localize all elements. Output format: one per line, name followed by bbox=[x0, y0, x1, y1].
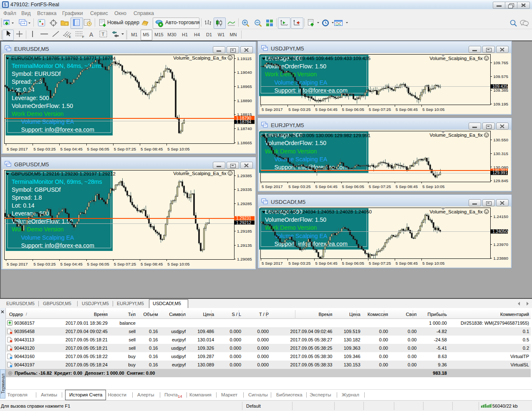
svg-text:5 Sep 10:05: 5 Sep 10:05 bbox=[422, 261, 445, 266]
svg-text:5 Sep 07:25: 5 Sep 07:25 bbox=[114, 262, 136, 266]
svg-text:1.18740: 1.18740 bbox=[237, 126, 252, 131]
svg-text:5 Sep 10:05: 5 Sep 10:05 bbox=[422, 107, 445, 112]
svg-text:Volume_Scalping_Ea_fix: Volume_Scalping_Ea_fix bbox=[430, 133, 483, 138]
svg-text:1.23970: 1.23970 bbox=[493, 242, 508, 247]
svg-text:T: T bbox=[102, 32, 105, 37]
svg-text:5 Sep 08:45: 5 Sep 08:45 bbox=[396, 261, 418, 266]
svg-text:1.29285: 1.29285 bbox=[237, 201, 252, 206]
svg-text:5 Sep 2017: 5 Sep 2017 bbox=[262, 107, 283, 112]
svg-text:5 Sep 03:25: 5 Sep 03:25 bbox=[288, 107, 311, 112]
svg-text:1.18965: 1.18965 bbox=[237, 84, 252, 89]
svg-text:5 Sep 03:25: 5 Sep 03:25 bbox=[288, 261, 311, 266]
svg-text:Symbol: GBPUSDf: Symbol: GBPUSDf bbox=[12, 186, 61, 193]
svg-text:1.23880: 1.23880 bbox=[493, 256, 508, 261]
svg-text:1.19040: 1.19040 bbox=[237, 70, 252, 75]
svg-text:1.29385: 1.29385 bbox=[237, 173, 252, 178]
svg-text:5 Sep 08:45: 5 Sep 08:45 bbox=[141, 147, 163, 151]
svg-text:5 Sep 06:05: 5 Sep 06:05 bbox=[87, 262, 110, 266]
svg-text:Support: info@forex-ea.com: Support: info@forex-ea.com bbox=[21, 126, 94, 133]
svg-text:5 Sep 04:45: 5 Sep 04:45 bbox=[60, 147, 83, 151]
svg-text:Volume_Scalping_Ea_fix: Volume_Scalping_Ea_fix bbox=[173, 171, 226, 176]
svg-text:1.24150: 1.24150 bbox=[493, 214, 508, 219]
svg-text:Volume_Scalping_Ea_fix: Volume_Scalping_Ea_fix bbox=[173, 55, 226, 60]
svg-text:129.845: 129.845 bbox=[493, 178, 508, 183]
svg-text:E: E bbox=[69, 35, 71, 38]
svg-text:5 Sep 07:25: 5 Sep 07:25 bbox=[369, 261, 391, 266]
svg-text:1.29335: 1.29335 bbox=[237, 187, 252, 192]
svg-text:5 Sep 07:25: 5 Sep 07:25 bbox=[369, 107, 391, 112]
svg-text:5 Sep 04:45: 5 Sep 04:45 bbox=[315, 261, 338, 266]
svg-text:5 Sep 10:05: 5 Sep 10:05 bbox=[167, 147, 190, 151]
svg-text:1.18784: 1.18784 bbox=[236, 120, 252, 124]
svg-text:5 Sep 2017: 5 Sep 2017 bbox=[262, 261, 283, 266]
svg-text:109.765: 109.765 bbox=[493, 60, 508, 65]
svg-text:1.18665: 1.18665 bbox=[237, 140, 252, 145]
svg-text:5: 5 bbox=[4, 2, 7, 7]
svg-text:VolumeOrderFlow: 1.50: VolumeOrderFlow: 1.50 bbox=[265, 216, 326, 223]
svg-text:Lot: 0.14: Lot: 0.14 bbox=[12, 202, 35, 209]
svg-text:5 Sep 07:25: 5 Sep 07:25 bbox=[369, 184, 391, 189]
svg-text:109.435: 109.435 bbox=[492, 84, 508, 89]
svg-text:5 Sep 06:05: 5 Sep 06:05 bbox=[87, 147, 110, 151]
svg-text:EURJPYf,M5 130.005 130.006 12: EURJPYf,M5 130.005 130.006 129.982 129.9… bbox=[267, 133, 371, 138]
svg-text:5 Sep 06:05: 5 Sep 06:05 bbox=[342, 107, 365, 112]
svg-text:129.991: 129.991 bbox=[492, 170, 508, 175]
svg-text:5 Sep 04:45: 5 Sep 04:45 bbox=[315, 107, 338, 112]
svg-text:130.550: 130.550 bbox=[493, 138, 508, 142]
svg-text:Volume Scalping EA: Volume Scalping EA bbox=[275, 79, 328, 86]
svg-text:Volume_Scalping_Ea_fix: Volume_Scalping_Ea_fix bbox=[430, 209, 483, 214]
svg-text:109.195: 109.195 bbox=[493, 102, 508, 106]
svg-text:EURUSDf,M5 1.18785 1.18792 1.: EURUSDf,M5 1.18785 1.18792 1.18771 1.187… bbox=[11, 56, 116, 61]
svg-text:Work Demo Version: Work Demo Version bbox=[12, 110, 63, 117]
svg-text:1.29231: 1.29231 bbox=[236, 216, 252, 221]
svg-text:Symbol: EURUSDf: Symbol: EURUSDf bbox=[12, 70, 61, 77]
svg-text:5 Sep 10:05: 5 Sep 10:05 bbox=[167, 262, 190, 266]
svg-text:VolumeOrderFlow: 1.50: VolumeOrderFlow: 1.50 bbox=[12, 103, 73, 109]
svg-text:5 Sep 08:45: 5 Sep 08:45 bbox=[141, 262, 163, 266]
svg-text:VolumeOrderFlow: 1.50: VolumeOrderFlow: 1.50 bbox=[265, 63, 326, 70]
svg-text:GBPUSDf,M5 1.29216 1.29230 1.: GBPUSDf,M5 1.29216 1.29230 1.29197 1.292… bbox=[11, 171, 116, 176]
svg-text:TerminalMonitor ON, 84ms, ~31m: TerminalMonitor ON, 84ms, ~31ms bbox=[12, 63, 102, 69]
svg-text:1.29085: 1.29085 bbox=[237, 257, 252, 261]
svg-text:F: F bbox=[82, 35, 84, 38]
svg-text:Volume Scalping EA: Volume Scalping EA bbox=[21, 234, 75, 241]
svg-text:1.24050: 1.24050 bbox=[492, 229, 508, 234]
svg-text:5 Sep 03:25: 5 Sep 03:25 bbox=[288, 184, 311, 189]
svg-text:5 Sep 03:25: 5 Sep 03:25 bbox=[33, 262, 56, 266]
svg-text:1.29135: 1.29135 bbox=[237, 243, 252, 248]
svg-text:Leverage: 500: Leverage: 500 bbox=[12, 210, 49, 217]
svg-text:Volume Scalping EA: Volume Scalping EA bbox=[275, 233, 328, 239]
svg-text:USDCADf,M5 1.24034 1.24053 1.: USDCADf,M5 1.24034 1.24053 1.24028 1.240… bbox=[267, 209, 372, 214]
svg-text:5 Sep 08:45: 5 Sep 08:45 bbox=[396, 107, 418, 112]
svg-text:5 Sep 07:25: 5 Sep 07:25 bbox=[114, 147, 136, 151]
svg-text:5 Sep 2017: 5 Sep 2017 bbox=[7, 147, 28, 151]
svg-text:5 Sep 04:45: 5 Sep 04:45 bbox=[315, 184, 338, 189]
svg-text:130.315: 130.315 bbox=[493, 151, 508, 156]
svg-text:5 Sep 2017: 5 Sep 2017 bbox=[7, 262, 28, 266]
svg-text:Volume_Scalping_Ea_fix: Volume_Scalping_Ea_fix bbox=[430, 56, 483, 61]
svg-text:VolumeOrderFlow: 1.50: VolumeOrderFlow: 1.50 bbox=[265, 140, 326, 146]
svg-text:5 Sep 10:05: 5 Sep 10:05 bbox=[422, 184, 445, 189]
svg-text:USDJPYf,M5 109.445 109.445 10: USDJPYf,M5 109.445 109.445 109.433 109.4… bbox=[267, 56, 371, 61]
svg-text:5 Sep 06:05: 5 Sep 06:05 bbox=[342, 261, 365, 266]
svg-text:1.18890: 1.18890 bbox=[237, 98, 252, 103]
svg-text:109.575: 109.575 bbox=[493, 74, 508, 79]
svg-text:Volume Scalping EA: Volume Scalping EA bbox=[21, 118, 75, 125]
svg-text:1.19115: 1.19115 bbox=[237, 56, 252, 61]
svg-text:1.29185: 1.29185 bbox=[237, 229, 252, 233]
svg-text:Support: info@forex-ea.com: Support: info@forex-ea.com bbox=[21, 242, 94, 249]
svg-text:Volume Scalping EA: Volume Scalping EA bbox=[275, 156, 328, 163]
svg-text:5 Sep 03:25: 5 Sep 03:25 bbox=[33, 147, 56, 151]
svg-text:Spread: 1.8: Spread: 1.8 bbox=[12, 194, 42, 201]
svg-text:5 Sep 06:05: 5 Sep 06:05 bbox=[342, 184, 365, 189]
svg-text:5 Sep 04:45: 5 Sep 04:45 bbox=[60, 262, 83, 266]
svg-text:1.29212: 1.29212 bbox=[236, 221, 252, 225]
svg-text:TerminalMonitor ON, 69ms, ~28m: TerminalMonitor ON, 69ms, ~28ms bbox=[12, 178, 102, 185]
svg-text:Support: info@forex-ea.com: Support: info@forex-ea.com bbox=[275, 87, 348, 94]
svg-text:Work Demo Version: Work Demo Version bbox=[12, 226, 63, 233]
svg-text:5 Sep 2017: 5 Sep 2017 bbox=[262, 184, 283, 189]
svg-text:5 Sep 08:45: 5 Sep 08:45 bbox=[396, 184, 418, 189]
